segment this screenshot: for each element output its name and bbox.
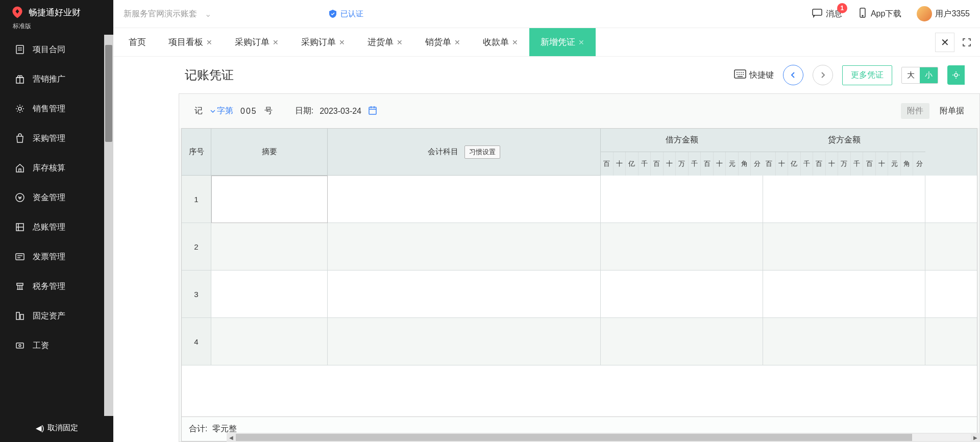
size-small-button[interactable]: 小 bbox=[920, 67, 938, 83]
scroll-left-icon[interactable]: ◀ bbox=[227, 433, 236, 442]
close-icon[interactable]: ✕ bbox=[454, 38, 460, 46]
voucher-number[interactable]: 005 bbox=[240, 107, 257, 116]
asset-icon bbox=[14, 310, 26, 322]
close-icon[interactable]: ✕ bbox=[397, 38, 403, 46]
habit-settings-button[interactable]: 习惯设置 bbox=[464, 145, 500, 159]
cell-subject[interactable] bbox=[328, 176, 601, 223]
calendar-icon[interactable] bbox=[368, 105, 378, 117]
th-summary: 摘要 bbox=[211, 129, 328, 176]
nav-label: 库存核算 bbox=[33, 163, 65, 174]
tab-label: 进货单 bbox=[368, 36, 394, 48]
scroll-right-icon[interactable]: ▶ bbox=[971, 433, 980, 442]
topbar: 新服务官网演示账套 ⌄ 已认证 消息 1 App下载 用户 bbox=[113, 0, 980, 28]
nav-salary[interactable]: 工资 bbox=[0, 331, 104, 360]
brand-icon bbox=[10, 5, 24, 19]
page-title: 记账凭证 bbox=[185, 67, 234, 83]
cell-summary[interactable] bbox=[211, 318, 328, 365]
voucher-type: 记 bbox=[194, 106, 203, 116]
sidebar-scrollbar[interactable] bbox=[104, 35, 113, 416]
nav-label: 工资 bbox=[33, 340, 49, 351]
fullscreen-icon[interactable] bbox=[960, 35, 974, 50]
nav-marketing[interactable]: 营销推广 bbox=[0, 64, 104, 94]
close-icon[interactable]: ✕ bbox=[512, 38, 518, 46]
cell-summary[interactable] bbox=[211, 176, 328, 223]
cell-debit[interactable] bbox=[601, 223, 763, 271]
row-actions[interactable] bbox=[925, 318, 977, 365]
close-icon[interactable]: ✕ bbox=[339, 38, 345, 46]
size-big-button[interactable]: 大 bbox=[902, 67, 920, 83]
tab-label: 采购订单 bbox=[235, 36, 270, 48]
speaker-icon: ◀) bbox=[36, 424, 44, 433]
th-credit: 贷方金额 百十亿千百十万千百十元角分 bbox=[763, 129, 925, 176]
digit-header: 分 bbox=[751, 152, 763, 176]
coin-icon bbox=[14, 192, 26, 203]
more-vouchers-button[interactable]: 更多凭证 bbox=[842, 65, 892, 85]
cell-debit[interactable] bbox=[601, 176, 763, 223]
app-download-button[interactable]: App下载 bbox=[857, 7, 901, 20]
nav-assets[interactable]: 固定资产 bbox=[0, 301, 104, 331]
cell-subject[interactable] bbox=[328, 318, 601, 365]
main: 新服务官网演示账套 ⌄ 已认证 消息 1 App下载 用户 bbox=[113, 0, 980, 442]
cell-credit[interactable] bbox=[763, 271, 925, 318]
chevron-down-icon: ⌄ bbox=[205, 9, 211, 19]
svg-rect-6 bbox=[16, 312, 19, 320]
nav-funds[interactable]: 资金管理 bbox=[0, 183, 104, 212]
voucher-word-dropdown[interactable]: 字第 bbox=[210, 106, 233, 116]
tab-sales-order[interactable]: 销货单✕ bbox=[414, 28, 472, 56]
shortcut-hint[interactable]: 快捷键 bbox=[734, 69, 774, 81]
cell-summary[interactable] bbox=[211, 271, 328, 318]
tab-home[interactable]: 首页 bbox=[117, 28, 157, 56]
row-actions[interactable] bbox=[925, 271, 977, 318]
cell-credit[interactable] bbox=[763, 318, 925, 365]
voucher-panel: 记 字第 005 号 日期: 2023-03-24 附件 附单据 bbox=[179, 93, 980, 442]
horizontal-scrollbar[interactable]: ◀ ▶ bbox=[227, 433, 980, 442]
tab-new-voucher[interactable]: 新增凭证✕ bbox=[529, 28, 596, 56]
settings-button[interactable] bbox=[947, 65, 965, 85]
user-menu[interactable]: 用户3355 bbox=[917, 6, 970, 21]
digit-header: 千 bbox=[689, 152, 701, 176]
close-all-tabs-button[interactable]: ✕ bbox=[935, 33, 954, 52]
digit-header: 十 bbox=[714, 152, 726, 176]
svg-rect-15 bbox=[369, 107, 376, 114]
gear-icon bbox=[14, 103, 26, 114]
row-actions[interactable] bbox=[925, 223, 977, 271]
cell-credit[interactable] bbox=[763, 176, 925, 223]
nav-invoice[interactable]: 发票管理 bbox=[0, 242, 104, 272]
tab-purchase-order-2[interactable]: 采购订单✕ bbox=[290, 28, 356, 56]
nav-sales[interactable]: 销售管理 bbox=[0, 94, 104, 124]
cell-subject[interactable] bbox=[328, 223, 601, 271]
unpin-button[interactable]: ◀) 取消固定 bbox=[0, 416, 113, 442]
nav-ledger[interactable]: 总账管理 bbox=[0, 212, 104, 242]
close-icon[interactable]: ✕ bbox=[273, 38, 279, 46]
attachment-button[interactable]: 附件 bbox=[901, 103, 929, 119]
svg-point-2 bbox=[18, 107, 21, 110]
close-icon[interactable]: ✕ bbox=[206, 38, 212, 46]
th-subject-label: 会计科目 bbox=[428, 147, 458, 157]
tab-goods-in[interactable]: 进货单✕ bbox=[356, 28, 414, 56]
nav-label: 固定资产 bbox=[33, 311, 65, 322]
row-actions[interactable] bbox=[925, 176, 977, 223]
nav-tax[interactable]: 税务管理 bbox=[0, 272, 104, 301]
cell-debit[interactable] bbox=[601, 318, 763, 365]
prev-voucher-button[interactable] bbox=[783, 65, 803, 85]
tab-project-board[interactable]: 项目看板✕ bbox=[157, 28, 224, 56]
digit-header: 亿 bbox=[626, 152, 639, 176]
account-selector[interactable]: 新服务官网演示账套 ⌄ bbox=[124, 9, 317, 19]
date-value[interactable]: 2023-03-24 bbox=[320, 107, 361, 116]
digit-header: 十 bbox=[776, 152, 789, 176]
nav-purchase[interactable]: 采购管理 bbox=[0, 124, 104, 153]
cell-subject[interactable] bbox=[328, 271, 601, 318]
next-voucher-button[interactable] bbox=[813, 65, 833, 85]
cell-summary[interactable] bbox=[211, 223, 328, 271]
tab-receipt[interactable]: 收款单✕ bbox=[472, 28, 529, 56]
cell-credit[interactable] bbox=[763, 223, 925, 271]
nav-inventory[interactable]: 库存核算 bbox=[0, 153, 104, 183]
tab-label: 新增凭证 bbox=[541, 36, 575, 48]
nav-project-contract[interactable]: 项目合同 bbox=[0, 35, 104, 64]
cell-seq: 4 bbox=[182, 318, 211, 365]
close-icon[interactable]: ✕ bbox=[578, 38, 584, 46]
cell-debit[interactable] bbox=[601, 271, 763, 318]
messages-button[interactable]: 消息 1 bbox=[812, 7, 842, 20]
nav-label: 采购管理 bbox=[33, 133, 65, 144]
tab-purchase-order-1[interactable]: 采购订单✕ bbox=[224, 28, 290, 56]
